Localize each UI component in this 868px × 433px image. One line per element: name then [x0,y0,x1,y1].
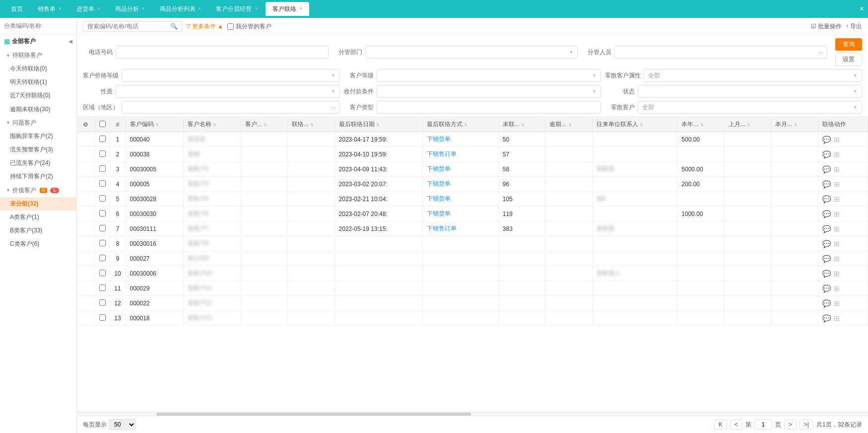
th-type[interactable]: 客户... ⇅ [241,117,287,132]
payment-input[interactable]: ▼ [377,85,601,98]
grid-action-icon[interactable]: ⊞ [834,150,840,158]
price-level-input[interactable]: ▼ [122,69,340,82]
tab-product-list[interactable]: 商品分析列表 × [153,2,208,16]
my-customers-check[interactable] [227,23,234,30]
chat-icon[interactable]: 💬 [822,240,831,248]
grid-action-icon[interactable]: ⊞ [834,255,840,263]
chat-icon[interactable]: 💬 [822,195,831,203]
grid-action-icon[interactable]: ⊞ [834,180,840,188]
cell-checkbox[interactable] [95,177,110,192]
sidebar-item-class-b[interactable]: B类客户(33) [0,224,76,237]
cell-checkbox[interactable] [95,162,110,177]
first-page-btn[interactable]: K [714,420,727,430]
sidebar-item-tomorrow[interactable]: 明天待联络(1) [0,75,76,89]
cell-checkbox[interactable] [95,192,110,207]
person-input[interactable]: ··· [614,46,827,59]
sidebar-item-ungroup[interactable]: 未分组(32) [0,197,76,211]
tab-home[interactable]: 首页 [4,2,30,16]
cell-checkbox[interactable] [95,132,110,147]
sidebar-item-today[interactable]: 今天待联络(0) [0,62,76,75]
cell-checkbox[interactable] [95,251,110,266]
select-all-checkbox[interactable] [99,121,106,127]
sidebar-item-churn-warning[interactable]: 流失预警客户(3) [0,143,76,156]
status-input[interactable]: ▼ [638,85,862,98]
phone-input[interactable] [116,46,329,59]
th-code[interactable]: 客户编码 ⇅ [126,117,183,132]
last-method-link[interactable]: 下销售订单 [427,150,457,157]
close-sales-icon[interactable]: × [59,2,62,16]
sidebar-search-input[interactable] [4,22,77,29]
chat-icon[interactable]: 💬 [822,180,831,188]
batch-operation-btn[interactable]: ☑ 批量操作 [811,22,842,31]
chat-icon[interactable]: 💬 [822,150,831,158]
th-name[interactable]: 客户名称 ⇅ [183,117,241,132]
th-settings[interactable]: ⚙ [77,117,95,132]
chat-icon[interactable]: 💬 [822,299,831,307]
cell-checkbox[interactable] [95,266,110,281]
grid-action-icon[interactable]: ⊞ [834,240,840,248]
cell-checkbox[interactable] [95,311,110,326]
cell-checkbox[interactable] [95,221,110,236]
th-no-contact[interactable]: 未联... ⇅ [498,117,545,132]
close-customer-contact-icon[interactable]: × [299,2,302,16]
th-overdue[interactable]: 逾期... ⇅ [545,117,592,132]
grid-action-icon[interactable]: ⊞ [834,210,840,218]
sidebar-item-lost[interactable]: 已流失客户(24) [0,156,76,170]
th-last-month[interactable]: 上月... ⇅ [724,117,771,132]
grid-action-icon[interactable]: ⊞ [834,299,840,307]
chat-icon[interactable]: 💬 [822,270,831,278]
last-method-link[interactable]: 下销货单 [427,210,451,217]
last-method-link[interactable]: 下销货单 [427,195,451,202]
cell-checkbox[interactable] [95,147,110,162]
th-contact[interactable]: 联络... ⇅ [288,117,334,132]
th-last-date[interactable]: 最后联络日期 ⇅ [334,117,422,132]
sidebar-item-hoard[interactable]: 囤购异常客户(2) [0,130,76,143]
export-btn[interactable]: ↑ 导出 [846,22,862,31]
grid-action-icon[interactable]: ⊞ [834,225,840,233]
problem-customers-section[interactable]: ▼ 问题客户 [0,116,76,130]
close-customer-segment-icon[interactable]: × [255,2,258,16]
cell-checkbox[interactable] [95,236,110,251]
tab-purchase[interactable]: 进货单 × [69,2,107,16]
last-method-link[interactable]: 下销货单 [427,180,451,187]
reset-button[interactable]: 设置 [835,53,862,66]
region-input[interactable]: ··· [122,101,340,114]
sidebar-item-overdue[interactable]: 逾期未联络(30) [0,103,76,116]
page-number-input[interactable] [754,420,772,430]
chat-icon[interactable]: 💬 [822,165,831,173]
chat-icon[interactable]: 💬 [822,225,831,233]
more-conditions-btn[interactable]: ▽ 更多条件 ▲ [186,22,223,31]
prev-page-btn[interactable]: < [730,420,742,430]
th-last-method[interactable]: 最后联络方式 ⇅ [422,117,498,132]
retail-attr-input[interactable]: 全部▼ [644,69,862,82]
sidebar-item-class-c[interactable]: C类客户(6) [0,237,76,251]
sidebar-item-7days[interactable]: 近7天待联络(0) [0,89,76,102]
sidebar-item-class-a[interactable]: A类客户(1) [0,211,76,224]
close-product-analysis-icon[interactable]: × [142,2,145,16]
my-customers-checkbox[interactable]: 我分管的客户 [227,22,271,31]
close-purchase-icon[interactable]: × [97,2,100,16]
retail-customer-input[interactable]: 全部▼ [638,101,862,114]
sidebar-item-declining[interactable]: 持续下滑客户(2) [0,170,76,183]
cell-checkbox[interactable] [95,281,110,296]
grid-action-icon[interactable]: ⊞ [834,195,840,203]
chat-icon[interactable]: 💬 [822,210,831,218]
cell-checkbox[interactable] [95,296,110,311]
search-icon[interactable]: 🔍 [170,23,178,30]
search-input[interactable] [87,23,168,30]
last-page-btn[interactable]: >| [800,420,813,430]
dept-input[interactable]: ▼ [365,46,578,59]
grid-action-icon[interactable]: ⊞ [834,285,840,292]
value-customers-section[interactable]: ▼ 价值客户 R ↻ [0,184,76,197]
tab-customer-contact[interactable]: 客户联络 × [266,2,309,16]
pending-contact-section[interactable]: ▼ 待联络客户 [0,49,76,62]
th-unit-contact[interactable]: 往来单位联系人 ⇅ [592,117,677,132]
th-checkbox[interactable] [95,117,110,132]
last-method-link[interactable]: 下销货单 [427,165,451,172]
chat-icon[interactable]: 💬 [822,136,831,144]
grid-action-icon[interactable]: ⊞ [834,136,840,144]
per-page-select[interactable]: 50 20 100 [109,419,136,430]
grid-action-icon[interactable]: ⊞ [834,314,840,322]
th-this-month[interactable]: 本月... ⇅ [771,117,818,132]
last-method-link[interactable]: 下销货单 [427,136,451,143]
